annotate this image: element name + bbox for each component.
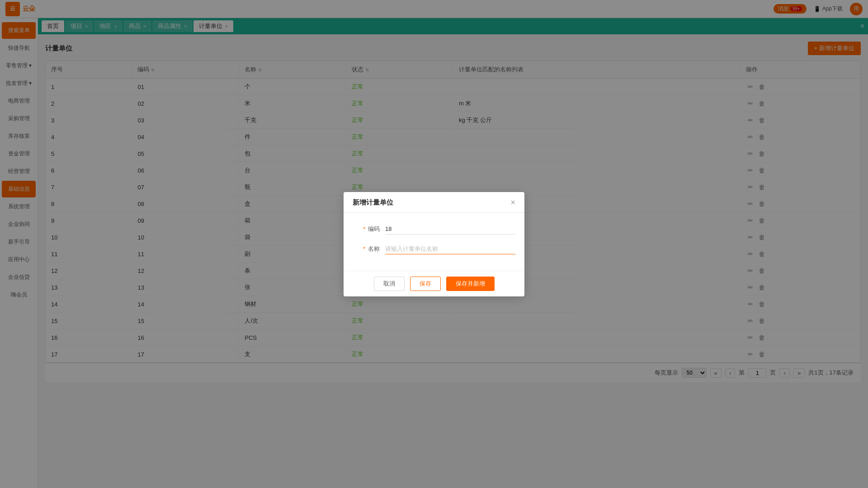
- code-form-row: * 编码: [353, 224, 515, 235]
- modal-overlay: 新增计量单位 × * 编码 * 名称 取消 保存 保存并新增: [0, 0, 868, 488]
- modal-footer: 取消 保存 保存并新增: [344, 271, 524, 296]
- name-input[interactable]: [385, 244, 515, 254]
- cancel-button[interactable]: 取消: [374, 277, 405, 291]
- name-label-text: 名称: [368, 245, 380, 252]
- modal-title: 新增计量单位: [353, 198, 393, 207]
- code-required-mark: *: [363, 225, 365, 232]
- save-and-new-button[interactable]: 保存并新增: [446, 277, 495, 291]
- modal-body: * 编码 * 名称: [344, 213, 524, 271]
- save-button[interactable]: 保存: [410, 277, 441, 291]
- name-label: * 名称: [353, 245, 380, 253]
- modal-header: 新增计量单位 ×: [344, 192, 524, 213]
- add-measure-unit-modal: 新增计量单位 × * 编码 * 名称 取消 保存 保存并新增: [344, 192, 524, 296]
- code-input[interactable]: [385, 224, 515, 235]
- modal-close-button[interactable]: ×: [510, 198, 515, 206]
- name-required-mark: *: [363, 245, 365, 252]
- code-label: * 编码: [353, 225, 380, 233]
- name-form-row: * 名称: [353, 244, 515, 254]
- code-label-text: 编码: [368, 225, 380, 232]
